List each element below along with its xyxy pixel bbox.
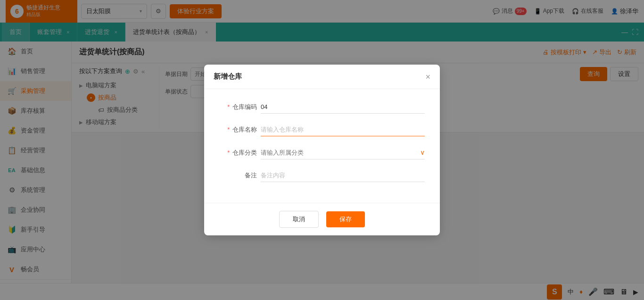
save-button[interactable]: 保存	[326, 211, 365, 227]
modal-overlay: 新增仓库 × * 仓库编码 * 仓库名称	[0, 0, 644, 300]
warehouse-code-input[interactable]	[261, 100, 425, 114]
form-row-code: * 仓库编码	[219, 100, 425, 114]
warehouse-name-input[interactable]	[261, 123, 425, 136]
remark-input[interactable]	[261, 169, 425, 182]
form-row-remark: 备注	[219, 169, 425, 182]
category-input[interactable]	[261, 149, 420, 156]
remark-label-wrap: 备注	[219, 171, 257, 180]
category-select-row[interactable]: ∨	[261, 146, 425, 159]
modal-header: 新增仓库 ×	[204, 65, 440, 89]
cancel-button[interactable]: 取消	[279, 211, 319, 228]
code-label: 仓库编码	[232, 103, 257, 110]
code-label-wrap: * 仓库编码	[219, 103, 257, 111]
modal-close-button[interactable]: ×	[425, 73, 430, 81]
name-label: 仓库名称	[232, 126, 257, 133]
form-row-category: * 仓库分类 ∨	[219, 146, 425, 159]
modal-body: * 仓库编码 * 仓库名称 * 仓库分类	[204, 89, 440, 203]
modal-title: 新增仓库	[214, 72, 242, 81]
form-row-name: * 仓库名称	[219, 123, 425, 136]
modal-footer: 取消 保存	[204, 203, 440, 235]
name-label-wrap: * 仓库名称	[219, 125, 257, 134]
category-label-wrap: * 仓库分类	[219, 149, 257, 157]
remark-label: 备注	[245, 172, 257, 179]
add-warehouse-modal: 新增仓库 × * 仓库编码 * 仓库名称	[204, 65, 440, 235]
dropdown-arrow-icon: ∨	[420, 149, 425, 156]
category-label: 仓库分类	[232, 149, 257, 156]
